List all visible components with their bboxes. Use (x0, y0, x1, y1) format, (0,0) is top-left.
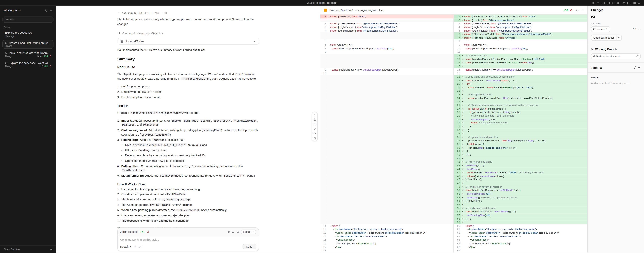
notes-input[interactable]: Add notes about this workspace... (591, 82, 641, 84)
branch-selector[interactable]: master (591, 26, 610, 32)
ahead-indicator: 1 (632, 28, 636, 30)
code-line (461, 50, 588, 54)
code-line (327, 121, 454, 125)
pause-icon[interactable] (591, 1, 594, 4)
play-icon[interactable] (313, 127, 316, 130)
pen-icon[interactable] (139, 245, 142, 248)
diff-row: 48+ (320, 182, 587, 185)
line-number: 37 (454, 142, 461, 146)
view-archive-link[interactable]: View Archive (4, 248, 20, 251)
code-line: import { AgentHeader } from "@/component… (461, 29, 588, 32)
panel-bottom-icon[interactable] (607, 1, 610, 4)
panel-left-icon[interactable] (602, 1, 605, 4)
message-input[interactable] (120, 238, 256, 244)
line-number: 17 (320, 245, 327, 249)
diff-row: 4 import { AgentHeader } from "@/compone… (320, 29, 587, 32)
tool-call-row[interactable]: npm run build 2>&1 | tail -80 (117, 12, 259, 14)
archive-count: 0 (50, 248, 52, 251)
code-line (327, 61, 454, 64)
rows-icon[interactable] (627, 1, 630, 4)
code-icon[interactable] (313, 132, 316, 134)
code-line: + const previousPlanIdsRef = useRef<Set<… (461, 61, 588, 64)
kebab-icon[interactable] (581, 8, 584, 12)
code-line: + // Check for new pending plans that we… (461, 104, 588, 107)
tool-call-row[interactable]: Read medusa/src/pages/Agent.tsx (117, 32, 259, 34)
code-line: + } (461, 125, 588, 128)
line-number: 16 (320, 242, 327, 245)
terminal-row[interactable]: Terminal (591, 66, 641, 69)
plus-icon[interactable] (638, 66, 640, 69)
diff-row: 28+ if (!previousPlanIdsRef.current.has(… (320, 110, 587, 114)
plus-icon[interactable] (49, 9, 52, 12)
chat-scroll-area[interactable]: npm run build 2>&1 | tail -80The build c… (56, 6, 320, 253)
sliders-icon[interactable] (44, 9, 47, 12)
workspace-item[interactable]: Install and integrate Vibe Kanban Web...… (2, 50, 53, 59)
search-input[interactable] (2, 16, 53, 23)
grid-icon[interactable] (622, 1, 626, 4)
refresh-icon[interactable] (236, 230, 239, 233)
line-number: 10 (320, 72, 327, 75)
panel-right-icon[interactable] (612, 1, 615, 4)
workspace-item[interactable]: Explore the codebase35m ago (2, 30, 53, 39)
code-line: + loadPlans(); // Refresh to update trac… (461, 196, 588, 199)
workspace-item[interactable]: Create Good First Issues on Github So ..… (2, 40, 53, 49)
copy-icon[interactable] (313, 118, 316, 121)
workspace-deletions: -3 (49, 65, 51, 68)
send-button[interactable]: Send (242, 244, 256, 249)
line-number: 41 (454, 157, 461, 160)
chevron-up-icon[interactable] (596, 1, 600, 4)
expand-icon[interactable] (633, 66, 636, 69)
line-number: 51 (454, 192, 461, 196)
pr-options-chevron[interactable] (616, 35, 621, 40)
working-branch-input[interactable] (593, 54, 635, 58)
diff-row: 33+ } (320, 128, 587, 132)
menu-icon[interactable] (638, 1, 641, 4)
split-icon[interactable] (313, 123, 316, 126)
diff-row: 7 const [sidebarOpen, setSidebarOpen] = … (320, 47, 587, 50)
workspace-item[interactable]: Explore the codebase I want you to ex...… (2, 60, 53, 69)
diff-icon[interactable] (232, 230, 234, 233)
columns-icon[interactable] (617, 1, 620, 4)
model-selector[interactable]: Default (120, 245, 132, 248)
line-number (320, 210, 327, 214)
version-selector[interactable]: Latest (241, 229, 256, 234)
diff-row: 25+ (320, 100, 587, 104)
chat-list-item: •Calls invoke<PlanItem[]>('get_all_plans… (117, 143, 259, 147)
chevron-down-icon[interactable] (253, 40, 256, 43)
branch-icon (593, 28, 596, 30)
open-pull-request-button[interactable]: Open pull request (591, 34, 622, 40)
line-number: 9 (454, 43, 461, 47)
changes-title: Changes (591, 8, 641, 12)
line-number: 12 (454, 54, 461, 58)
code-line (327, 153, 454, 157)
code-line (327, 64, 454, 68)
code-line: + const allPlans = await invoke<PlanItem… (461, 86, 588, 89)
chat-paragraph: The build completed successfully with no… (117, 18, 259, 27)
diff-row: 17 </div>66 </div> (320, 245, 587, 249)
diff-additions: +59 (564, 9, 568, 12)
code-line (327, 182, 454, 185)
columns-3-icon[interactable] (632, 1, 636, 4)
expand-icon[interactable] (576, 8, 579, 12)
eye-icon[interactable] (227, 230, 230, 233)
code-line: import { AgentHeader } from "@/component… (327, 29, 454, 32)
line-number: 52 (454, 196, 461, 199)
line-number: 21 (454, 86, 461, 89)
line-number (320, 118, 327, 121)
pencil-icon[interactable] (636, 54, 638, 57)
changes-panel: Changes Git medusa master 1 Open pull re… (587, 6, 644, 253)
line-number: 40 (454, 153, 461, 157)
diff-row: 21+ const allPlans = await invoke<PlanIt… (320, 86, 587, 89)
diff-body[interactable]: 1-import { useState } from "react";1+imp… (320, 15, 587, 253)
todos-card[interactable]: Updated Todos (117, 38, 259, 45)
code-line: -import { useState } from "react"; (327, 15, 454, 18)
swap-icon[interactable] (313, 136, 316, 139)
code-line (327, 164, 454, 168)
diff-row: 13 <AgentHeader sidebarOpen={sidebarOpen… (320, 231, 587, 235)
line-number: 6 (454, 32, 461, 36)
code-line: + setPendingPlan(plan); (461, 118, 588, 121)
version-label: Latest (243, 230, 250, 233)
branch-more-menu-button[interactable] (638, 28, 640, 30)
grip-icon[interactable] (313, 114, 316, 116)
paperclip-icon[interactable] (134, 245, 137, 248)
